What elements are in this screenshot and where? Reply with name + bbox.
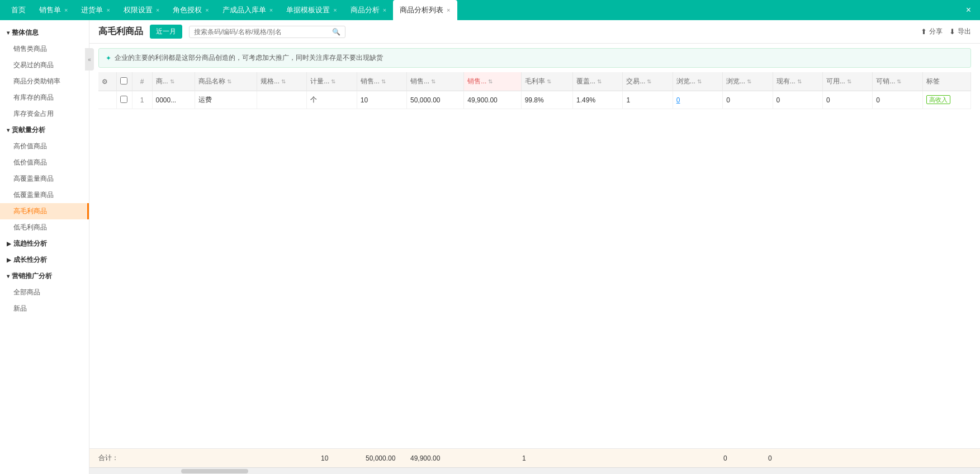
code-column-header[interactable]: 商...⇅ [152, 72, 195, 91]
share-icon: ⬆ [921, 27, 927, 36]
export-button[interactable]: ⬇ 导出 [949, 27, 971, 36]
page-title: 高毛利商品 [98, 26, 143, 37]
nav-template-close[interactable]: × [333, 7, 337, 13]
chevron-right-icon-2: ▶ [7, 257, 11, 263]
scroll-thumb[interactable] [181, 469, 248, 473]
header-actions: ⬆ 分享 ⬇ 导出 [921, 27, 971, 36]
content-header: 高毛利商品 近一月 🔍 ⬆ 分享 ⬇ 导出 [89, 20, 980, 44]
nav-finished-goods-close[interactable]: × [269, 7, 273, 13]
row-settings [98, 91, 116, 109]
search-input[interactable] [194, 28, 330, 36]
sort-icon-5: ⇅ [381, 78, 386, 85]
nav-sales-close[interactable]: × [64, 7, 68, 13]
sales-qty-column-header[interactable]: 销售...⇅ [357, 72, 406, 91]
footer-sales-amount: 50,000.00 [362, 454, 407, 462]
tag-column-header: 标签 [922, 72, 970, 91]
views1-column-header[interactable]: 浏览...⇅ [673, 72, 722, 91]
nav-product-analysis-list-close[interactable]: × [447, 7, 450, 13]
name-column-header[interactable]: 商品名称⇅ [195, 72, 257, 91]
sidebar-item-low-coverage[interactable]: 低覆盖量商品 [0, 187, 89, 203]
close-all-tabs[interactable]: × [962, 5, 976, 15]
nav-purchase[interactable]: 进货单 × [74, 0, 116, 20]
table-footer: 合计： 10 50,000.00 49,900.00 1 0 0 [89, 448, 980, 467]
sidebar-item-traded-goods[interactable]: 交易过的商品 [0, 57, 89, 73]
nav-finished-goods[interactable]: 产成品入库单 × [216, 0, 280, 20]
sidebar-item-high-value[interactable]: 高价值商品 [0, 138, 89, 154]
nav-sales[interactable]: 销售单 × [32, 0, 74, 20]
sales-cost-column-header[interactable]: 销售...⇅ [464, 72, 521, 91]
sidebar-item-high-margin[interactable]: 高毛利商品 [0, 203, 89, 219]
num-column-header: # [132, 72, 152, 91]
checkbox-column-header[interactable] [116, 72, 132, 91]
spec-column-header[interactable]: 规格...⇅ [257, 72, 306, 91]
footer-sales-cost: 49,900.00 [407, 454, 452, 462]
sidebar-group-marketing[interactable]: ▾ 营销推广分析 [0, 268, 89, 284]
sidebar-collapse-toggle[interactable]: « [85, 48, 94, 71]
select-all-checkbox[interactable] [120, 77, 127, 85]
row-spec [257, 91, 306, 109]
row-sales-amount: 50,000.00 [407, 91, 464, 109]
sort-icon: ⇅ [170, 78, 174, 85]
search-box[interactable]: 🔍 [189, 26, 345, 38]
time-filter-last-month[interactable]: 近一月 [150, 25, 182, 39]
row-num: 1 [132, 91, 152, 109]
sidebar-group-trend[interactable]: ▶ 流趋性分析 [0, 236, 89, 252]
sort-icon-11: ⇅ [697, 78, 702, 85]
row-checkbox[interactable] [116, 91, 132, 109]
sales-amount-column-header[interactable]: 销售...⇅ [407, 72, 464, 91]
sidebar-item-low-margin[interactable]: 低毛利商品 [0, 219, 89, 236]
row-unit: 个 [307, 91, 357, 109]
sidebar-item-new-goods[interactable]: 新品 [0, 301, 89, 317]
sidebar-group-contribution[interactable]: ▾ 贡献量分析 [0, 122, 89, 138]
data-table: ⚙ # 商...⇅ 商品名称⇅ 规格...⇅ [98, 72, 971, 109]
sidebar-item-low-value[interactable]: 低价值商品 [0, 154, 89, 171]
search-icon[interactable]: 🔍 [332, 28, 340, 36]
row-views2: 0 [723, 91, 773, 109]
row-transactions: 1 [623, 91, 673, 109]
nav-permissions[interactable]: 权限设置 × [117, 0, 166, 20]
row-views1[interactable]: 0 [673, 91, 722, 109]
main-content: 高毛利商品 近一月 🔍 ⬆ 分享 ⬇ 导出 ✦ 企业的主 [89, 20, 980, 474]
footer-label: 合计： [98, 453, 119, 463]
sidebar-item-in-stock[interactable]: 有库存的商品 [0, 90, 89, 106]
row-sales-cost: 49,900.00 [464, 91, 521, 109]
sidebar-group-overall[interactable]: ▾ 整体信息 [0, 25, 89, 41]
horizontal-scrollbar[interactable] [89, 467, 980, 474]
stock-saleable-column-header[interactable]: 可销...⇅ [873, 72, 922, 91]
coverage-column-header[interactable]: 覆盖...⇅ [573, 72, 623, 91]
share-button[interactable]: ⬆ 分享 [921, 27, 943, 36]
settings-icon[interactable]: ⚙ [102, 78, 108, 86]
nav-roles-close[interactable]: × [205, 7, 209, 13]
row-code: 0000... [152, 91, 195, 109]
gross-rate-column-header[interactable]: 毛利率⇅ [521, 72, 572, 91]
sidebar-group-growth[interactable]: ▶ 成长性分析 [0, 252, 89, 268]
row-select-checkbox[interactable] [120, 96, 127, 103]
sort-icon-14: ⇅ [847, 78, 851, 85]
chevron-down-icon-3: ▾ [7, 273, 10, 279]
row-name: 运费 [195, 91, 257, 109]
views2-column-header[interactable]: 浏览...⇅ [723, 72, 773, 91]
stock-available-column-header[interactable]: 可用...⇅ [822, 72, 872, 91]
unit-column-header[interactable]: 计量...⇅ [307, 72, 357, 91]
transactions-column-header[interactable]: 交易...⇅ [623, 72, 673, 91]
nav-product-analysis-list[interactable]: 商品分析列表 × [393, 0, 457, 20]
nav-roles[interactable]: 角色授权 × [166, 0, 215, 20]
nav-product-analysis[interactable]: 商品分析 × [344, 0, 393, 20]
sort-icon-8: ⇅ [547, 78, 551, 85]
sidebar-item-stock-capital[interactable]: 库存资金占用 [0, 106, 89, 122]
settings-column-header[interactable]: ⚙ [98, 72, 116, 91]
footer-transactions: 1 [519, 454, 564, 462]
sidebar-item-sales-goods[interactable]: 销售类商品 [0, 41, 89, 57]
nav-home[interactable]: 首页 [4, 0, 32, 20]
sidebar-item-category-rate[interactable]: 商品分类助销率 [0, 73, 89, 90]
stock-current-column-header[interactable]: 现有...⇅ [773, 72, 822, 91]
nav-template[interactable]: 单据模板设置 × [280, 0, 343, 20]
sidebar-item-high-coverage[interactable]: 高覆盖量商品 [0, 171, 89, 187]
info-icon: ✦ [106, 54, 111, 62]
table-row: 1 0000... 运费 个 [98, 91, 971, 109]
nav-product-analysis-close[interactable]: × [383, 7, 386, 13]
nav-purchase-close[interactable]: × [106, 7, 110, 13]
nav-permissions-close[interactable]: × [156, 7, 159, 13]
sidebar-item-all-goods[interactable]: 全部商品 [0, 284, 89, 301]
sort-icon-4: ⇅ [331, 78, 335, 85]
